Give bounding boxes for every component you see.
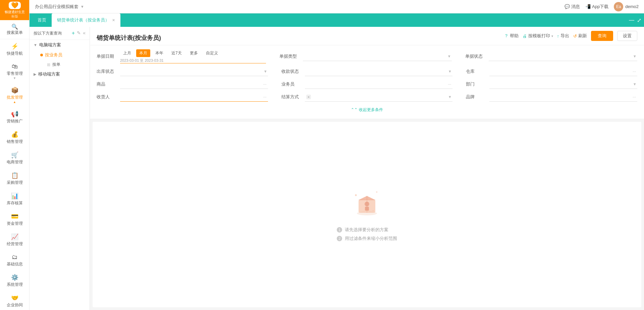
- svg-text:✦: ✦: [372, 209, 374, 212]
- doc-type-control[interactable]: ▾: [303, 52, 451, 61]
- print-dropdown-icon: ▾: [551, 34, 553, 38]
- user-name: demo2: [625, 4, 639, 9]
- system-label: 系统管理: [7, 282, 23, 288]
- topbar-left: 办公用品行业模拟账套 ▾: [35, 4, 84, 10]
- business-icon: 📈: [11, 233, 18, 241]
- tree-node-pc[interactable]: ▼ 电脑端方案: [30, 40, 90, 50]
- sidebar-item-purchase[interactable]: 📋 采购管理: [0, 168, 29, 189]
- sidebar-item-ecommerce[interactable]: 🛒 电商管理: [0, 148, 29, 168]
- help-label: 帮助: [510, 33, 519, 39]
- date-btn-last-month[interactable]: 上月: [120, 49, 134, 57]
- doc-status-control[interactable]: ▾: [489, 52, 637, 61]
- sidebar-item-finance[interactable]: 💳 资金管理: [0, 209, 29, 230]
- settle-dropdown-icon: ▾: [449, 94, 451, 99]
- receipt-status-control[interactable]: ▾: [305, 67, 453, 76]
- receiver-control[interactable]: ···: [120, 92, 268, 102]
- sidebar-item-marketing[interactable]: 📢 营销推广: [0, 107, 29, 127]
- topbar-dropdown-icon[interactable]: ▾: [81, 4, 84, 9]
- wholesale-label: 批发管理: [7, 95, 23, 100]
- enterprise-icon: 🤝: [11, 294, 18, 302]
- svg-point-5: [365, 202, 369, 206]
- sidebar-item-system[interactable]: ⚙️ 系统管理: [0, 270, 29, 291]
- out-status-control[interactable]: ▾: [120, 67, 268, 76]
- sidebar-item-base[interactable]: 🗂 基础信息: [0, 250, 29, 270]
- sidebar-search-item[interactable]: 🔍 搜索菜单: [0, 20, 29, 39]
- tree-node-mobile[interactable]: ▶ 移动端方案: [30, 69, 90, 79]
- date-btn-more[interactable]: 更多: [187, 49, 201, 57]
- add-scheme-icon[interactable]: +: [72, 30, 75, 36]
- date-btn-custom[interactable]: 自定义: [203, 49, 221, 57]
- tab-minimize-icon[interactable]: —: [629, 17, 634, 23]
- receiver-label: 收货人: [97, 94, 120, 100]
- app-download-btn[interactable]: 📲 App下载: [585, 4, 608, 10]
- export-icon: ↑: [557, 34, 559, 39]
- sidebar-item-retail[interactable]: 🛍 零售管理 ▼: [0, 60, 29, 83]
- doc-type-label: 单据类型: [279, 53, 303, 59]
- empty-line-1: 1 请先选择要分析的方案: [337, 225, 397, 234]
- warehouse-control[interactable]: ···: [489, 67, 637, 76]
- goods-more-icon: ···: [263, 82, 267, 87]
- empty-svg: ✦ ✦ ✦: [350, 187, 384, 220]
- tree-expand-icon: ▼: [34, 43, 37, 47]
- edit-scheme-icon[interactable]: ✎: [77, 30, 81, 36]
- refresh-label: 刷新: [578, 33, 587, 39]
- left-panel-header: 按以下方案查询 + ✎ «: [30, 27, 90, 40]
- logo-text: 畅捷通好生意: [5, 10, 25, 14]
- tabbar: 首页 销货单统计表（按业务员） ✕ — ⤢: [30, 13, 644, 27]
- download-icon: 📲: [585, 4, 591, 9]
- sidebar-item-inventory[interactable]: 📊 库存核算: [0, 189, 29, 209]
- sidebar-item-quicknav[interactable]: ⚡ 快捷导航: [0, 39, 29, 60]
- export-btn[interactable]: ↑ 导出: [557, 33, 570, 39]
- query-button[interactable]: 查询: [591, 31, 613, 41]
- messages-btn[interactable]: 💬 消息: [565, 4, 580, 10]
- ecommerce-icon: 🛒: [11, 151, 18, 159]
- date-btn-7days[interactable]: 近7天: [168, 49, 185, 57]
- tab-expand-icon[interactable]: ⤢: [637, 17, 641, 23]
- date-btn-this-year[interactable]: 本年: [152, 49, 166, 57]
- sidebar-item-business[interactable]: 📈 经营管理: [0, 230, 29, 250]
- logo-subtitle: 标版: [11, 14, 18, 19]
- topbar-title: 办公用品行业模拟账套: [35, 4, 78, 10]
- dept-control[interactable]: ▾: [489, 80, 637, 89]
- user-initial: Ea: [616, 4, 621, 9]
- tree-mobile-expand-icon: ▶: [34, 72, 36, 76]
- setting-button[interactable]: 设置: [617, 31, 637, 41]
- empty-text-line1: 请先选择要分析的方案: [345, 227, 388, 232]
- tab-sales-stat[interactable]: 销货单统计表（按业务员） ✕: [52, 13, 120, 27]
- user-profile[interactable]: Ea demo2: [614, 2, 639, 11]
- doc-status-dropdown-icon: ▾: [634, 54, 636, 59]
- export-label: 导出: [560, 33, 569, 39]
- app-download-label: App下载: [592, 4, 608, 10]
- sidebar-item-sales[interactable]: 💰 销售管理: [0, 127, 29, 148]
- main-area: 办公用品行业模拟账套 ▾ 💬 消息 📲 App下载 Ea demo2 首页: [30, 0, 644, 310]
- tab-close-icon[interactable]: ✕: [112, 18, 115, 22]
- brand-control[interactable]: ···: [489, 92, 637, 102]
- tab-home[interactable]: 首页: [32, 13, 52, 27]
- help-btn[interactable]: ？ 帮助: [504, 33, 519, 39]
- template-print-btn[interactable]: 🖨 按模板打印 ▾: [523, 33, 553, 39]
- purchase-icon: 📋: [11, 172, 18, 179]
- tree-order-label: 按单: [52, 62, 60, 67]
- sidebar-item-enterprise[interactable]: 🤝 企业协同: [0, 291, 29, 310]
- inventory-label: 库存核算: [7, 200, 23, 206]
- left-panel-title: 按以下方案查询: [34, 31, 62, 36]
- filter-row-2: 出库状态 ▾ 收款状态 ▾ 仓库 ···: [97, 67, 637, 76]
- filter-row-1: 单据日期 上月 本月 本年 近7天 更多 自定义 2023-03-01 至 20…: [97, 49, 637, 63]
- settle-clear-icon[interactable]: ×: [306, 95, 311, 99]
- left-panel: 按以下方案查询 + ✎ « ▼ 电脑端方案 按业务员 ⊞ 按单: [30, 27, 90, 310]
- refresh-btn[interactable]: ↺ 刷新: [573, 33, 587, 39]
- settle-control[interactable]: × ▾: [305, 92, 453, 102]
- sidebar-item-wholesale[interactable]: 📦 批发管理 ▲: [0, 83, 29, 107]
- salesperson-control[interactable]: ···: [305, 80, 453, 89]
- goods-control[interactable]: ···: [120, 80, 268, 89]
- tab-sales-stat-label: 销货单统计表（按业务员）: [57, 17, 109, 23]
- sidebar-quicknav-label: 快捷导航: [7, 51, 23, 56]
- tree-item-by-salesperson[interactable]: 按业务员: [38, 50, 90, 60]
- collapse-panel-icon[interactable]: «: [83, 30, 86, 36]
- collapse-filter-btn[interactable]: ⌃⌃ 收起更多条件: [97, 105, 637, 115]
- date-btn-this-month[interactable]: 本月: [136, 49, 150, 57]
- empty-num-1: 1: [337, 227, 342, 232]
- tree-item-by-order[interactable]: ⊞ 按单: [38, 60, 90, 69]
- logo-icon: 🧡: [9, 2, 21, 9]
- tabbar-actions: — ⤢: [629, 17, 641, 23]
